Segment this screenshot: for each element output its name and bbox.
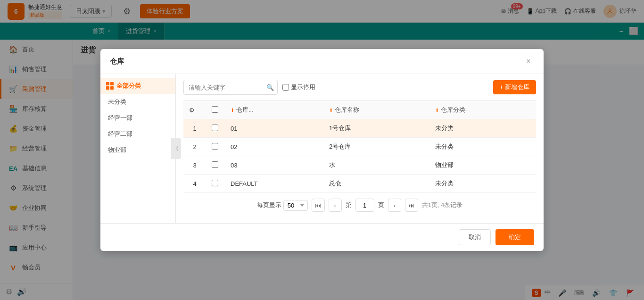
select-all-checkbox[interactable] [212, 106, 218, 113]
category-item-ops2[interactable]: 经营二部 [100, 126, 175, 142]
row-cb-2 [206, 138, 225, 156]
row-num-1: 1 [183, 119, 206, 138]
warehouse-modal: 仓库 × 全部分类 未分类 经营一部 经营二部 物业部 《 [100, 49, 544, 251]
row-cb-4 [206, 175, 225, 193]
sort-icon-name: ⬆ [329, 108, 333, 113]
search-wrap: 🔍 [183, 80, 278, 95]
row-num-3: 3 [183, 156, 206, 175]
category-sidebar: 全部分类 未分类 经营一部 经营二部 物业部 《 [100, 74, 176, 223]
pagination-bar: 每页显示 50 100 200 ⏮ ‹ 第 页 › ⏭ 共1页, 4条记录 [183, 193, 536, 217]
row-name-3: 水 [323, 156, 429, 175]
row-code-1: 01 [225, 119, 323, 138]
row-cb-1 [206, 119, 225, 138]
th-name: ⬆ 仓库名称 [323, 101, 429, 119]
category-collapse-button[interactable]: 《 [171, 138, 181, 159]
modal-close-button[interactable]: × [523, 56, 534, 67]
cancel-button[interactable]: 取消 [459, 229, 491, 245]
page-label: 第 [346, 201, 352, 209]
new-warehouse-button[interactable]: + 新增仓库 [493, 80, 536, 94]
search-input[interactable] [183, 80, 278, 95]
page-total: 共1页, 4条记录 [422, 201, 463, 209]
th-category-label: 仓库分类 [441, 106, 465, 114]
sort-icon-code: ⬆ [231, 108, 234, 113]
row-name-4: 总仓 [323, 175, 429, 193]
table-row[interactable]: 1 01 1号仓库 未分类 [183, 119, 536, 138]
row-code-4: DEFAULT [225, 175, 323, 193]
category-all[interactable]: 全部分类 [100, 78, 175, 94]
modal-overlay: 仓库 × 全部分类 未分类 经营一部 经营二部 物业部 《 [0, 0, 644, 300]
search-icon[interactable]: 🔍 [266, 84, 274, 91]
table-head: ⚙ ⬆ 仓库... [183, 101, 536, 119]
next-page-btn[interactable]: › [388, 199, 401, 212]
page-size-select: 每页显示 50 100 200 [257, 200, 308, 211]
row-name-1: 1号仓库 [323, 119, 429, 138]
th-code-label: 仓库... [236, 106, 254, 114]
th-checkbox [206, 101, 225, 119]
row-category-4: 未分类 [429, 175, 536, 193]
th-name-label: 仓库名称 [335, 106, 359, 114]
per-page-label: 每页显示 [257, 201, 281, 209]
row-cb-3 [206, 156, 225, 175]
show-disabled-label[interactable]: 显示停用 [282, 83, 315, 92]
sort-icon-category: ⬆ [435, 108, 439, 113]
show-disabled-checkbox[interactable] [282, 84, 289, 91]
row-num-2: 2 [183, 138, 206, 156]
page-input[interactable] [355, 199, 374, 212]
row-name-2: 2号仓库 [323, 138, 429, 156]
th-code: ⬆ 仓库... [225, 101, 323, 119]
table-row[interactable]: 4 DEFAULT 总仓 未分类 [183, 175, 536, 193]
category-item-property[interactable]: 物业部 [100, 142, 175, 158]
modal-body: 全部分类 未分类 经营一部 经营二部 物业部 《 🔍 [100, 74, 544, 223]
table-scroll-area: ⚙ ⬆ 仓库... [183, 100, 536, 193]
category-all-label: 全部分类 [116, 82, 141, 90]
row-code-3: 03 [225, 156, 323, 175]
page-unit: 页 [378, 201, 384, 209]
category-item-unclassified[interactable]: 未分类 [100, 94, 175, 110]
row-category-1: 未分类 [429, 119, 536, 138]
row-code-2: 02 [225, 138, 323, 156]
table-body: 1 01 1号仓库 未分类 2 02 2号仓库 [183, 119, 536, 193]
grid-icon [106, 82, 114, 90]
row-category-3: 物业部 [429, 156, 536, 175]
table-row[interactable]: 3 03 水 物业部 [183, 156, 536, 175]
warehouse-table: ⚙ ⬆ 仓库... [183, 100, 536, 193]
th-category: ⬆ 仓库分类 [429, 101, 536, 119]
gear-header-icon[interactable]: ⚙ [189, 107, 195, 114]
modal-header: 仓库 × [100, 49, 544, 74]
show-disabled-text: 显示停用 [291, 83, 315, 92]
table-toolbar: 🔍 显示停用 + 新增仓库 [183, 80, 536, 95]
confirm-button[interactable]: 确定 [495, 229, 534, 245]
last-page-btn[interactable]: ⏭ [405, 199, 418, 212]
first-page-btn[interactable]: ⏮ [312, 199, 325, 212]
row-num-4: 4 [183, 175, 206, 193]
th-gear: ⚙ [183, 101, 206, 119]
prev-page-btn[interactable]: ‹ [329, 199, 342, 212]
page-size-dropdown[interactable]: 50 100 200 [283, 200, 308, 211]
table-area: 🔍 显示停用 + 新增仓库 ⚙ [176, 74, 544, 223]
row-category-2: 未分类 [429, 138, 536, 156]
table-row[interactable]: 2 02 2号仓库 未分类 [183, 138, 536, 156]
modal-footer: 取消 确定 [100, 223, 544, 251]
category-item-ops1[interactable]: 经营一部 [100, 110, 175, 126]
modal-title: 仓库 [110, 57, 124, 66]
